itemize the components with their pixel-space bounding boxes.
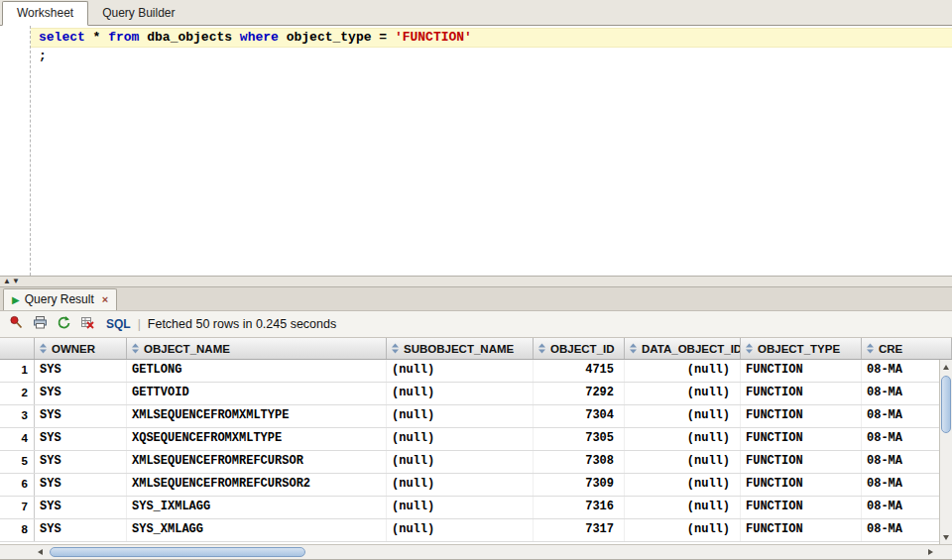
pin-button[interactable] — [8, 316, 25, 333]
row-number: 4 — [0, 428, 35, 450]
cell-subobject_name: (null) — [387, 497, 534, 518]
grid-header-row: OWNEROBJECT_NAMESUBOBJECT_NAMEOBJECT_IDD… — [0, 338, 952, 360]
column-header-object_id[interactable]: OBJECT_ID — [534, 338, 625, 359]
panel-splitter[interactable]: ▲ ▼ — [0, 276, 952, 287]
refresh-button[interactable] — [56, 316, 72, 333]
row-number: 7 — [0, 497, 35, 518]
cell-data_object_id: (null) — [625, 428, 741, 450]
cell-object_id: 7304 — [534, 405, 625, 427]
cell-object_type: FUNCTION — [741, 428, 862, 450]
grid-body: 1SYSGETLONG(null)4715(null)FUNCTION08-MA… — [0, 360, 952, 542]
cell-object_id: 7308 — [534, 451, 625, 473]
column-header-owner[interactable]: OWNER — [35, 338, 127, 359]
horizontal-scroll-thumb[interactable] — [50, 547, 305, 557]
print-button[interactable] — [32, 316, 49, 333]
table-row[interactable]: 2SYSGETTVOID(null)7292(null)FUNCTION08-M… — [0, 383, 952, 405]
tab-worksheet-label: Worksheet — [17, 6, 73, 20]
printer-icon — [33, 315, 48, 333]
sql-token: * — [85, 30, 108, 45]
table-row[interactable]: 1SYSGETLONG(null)4715(null)FUNCTION08-MA — [0, 360, 952, 383]
result-tab-bar: ▶ Query Result × — [0, 287, 952, 311]
cell-owner: SYS — [35, 360, 127, 382]
scroll-right-button[interactable] — [923, 545, 938, 559]
column-header-label: OBJECT_ID — [550, 343, 615, 355]
cell-owner: SYS — [35, 428, 127, 450]
cell-data_object_id: (null) — [625, 383, 741, 404]
editor-code-area[interactable]: select * from dba_objects where object_t… — [31, 26, 952, 276]
column-header-subobject_name[interactable]: SUBOBJECT_NAME — [387, 338, 534, 359]
cell-object_id: 7309 — [534, 474, 625, 496]
splitter-collapse-down-icon[interactable]: ▼ — [12, 277, 20, 286]
sort-icon[interactable] — [745, 343, 754, 354]
tab-query-builder[interactable]: Query Builder — [88, 2, 188, 25]
clear-results-button[interactable] — [79, 316, 96, 333]
sort-icon[interactable] — [537, 343, 546, 354]
cell-owner: SYS — [35, 497, 127, 518]
cell-object_name: SYS_IXMLAGG — [127, 497, 387, 518]
column-header-object_name[interactable]: OBJECT_NAME — [127, 338, 387, 359]
cell-data_object_id: (null) — [625, 360, 741, 382]
sql-line-1: select * from dba_objects where object_t… — [31, 28, 952, 48]
cell-subobject_name: (null) — [387, 428, 534, 450]
cell-object_name: XMLSEQUENCEFROMREFCURSOR — [127, 451, 387, 473]
tab-query-result[interactable]: ▶ Query Result × — [3, 288, 117, 310]
cell-subobject_name: (null) — [387, 405, 534, 427]
scroll-up-icon — [943, 365, 949, 370]
table-row[interactable]: 3SYSXMLSEQUENCEFROMXMLTYPE(null)7304(nul… — [0, 405, 952, 428]
vertical-scroll-thumb[interactable] — [941, 376, 951, 433]
splitter-collapse-up-icon[interactable]: ▲ — [3, 277, 11, 286]
cell-object_id: 7317 — [534, 519, 625, 541]
close-icon[interactable]: × — [102, 293, 108, 305]
column-header-label: OWNER — [52, 343, 95, 355]
cell-object_name: XMLSEQUENCEFROMREFCURSOR2 — [127, 474, 387, 496]
table-row[interactable]: 7SYSSYS_IXMLAGG(null)7316(null)FUNCTION0… — [0, 497, 952, 519]
cell-subobject_name: (null) — [387, 383, 534, 404]
cell-subobject_name: (null) — [387, 451, 534, 473]
cell-data_object_id: (null) — [625, 451, 741, 473]
tab-worksheet[interactable]: Worksheet — [2, 1, 88, 26]
sort-icon[interactable] — [39, 343, 48, 354]
table-row[interactable]: 5SYSXMLSEQUENCEFROMREFCURSOR(null)7308(n… — [0, 451, 952, 474]
cell-object_type: FUNCTION — [741, 519, 862, 541]
row-number: 8 — [0, 519, 35, 541]
scroll-down-button[interactable] — [940, 530, 952, 544]
cell-subobject_name: (null) — [387, 474, 534, 496]
row-number: 6 — [0, 474, 35, 496]
table-row[interactable]: 6SYSXMLSEQUENCEFROMREFCURSOR2(null)7309(… — [0, 474, 952, 497]
cell-owner: SYS — [35, 451, 127, 473]
sql-editor[interactable]: select * from dba_objects where object_t… — [0, 26, 952, 276]
cell-owner: SYS — [35, 519, 127, 541]
result-toolbar: SQL | Fetched 50 rows in 0.245 seconds — [0, 311, 952, 338]
sort-icon[interactable] — [391, 343, 400, 354]
scroll-left-button[interactable] — [33, 545, 48, 559]
cell-object_type: FUNCTION — [741, 497, 862, 518]
tab-query-result-label: Query Result — [25, 292, 94, 306]
sort-icon[interactable] — [131, 343, 140, 354]
cell-object_type: FUNCTION — [741, 383, 862, 404]
column-header-label: CRE — [879, 343, 902, 355]
document-tab-bar: Worksheet Query Builder — [0, 0, 952, 26]
tab-query-builder-label: Query Builder — [102, 6, 175, 20]
column-header-cre[interactable]: CRE — [862, 338, 952, 359]
sql-token: 'FUNCTION' — [395, 30, 472, 45]
sql-worksheet-window: Worksheet Query Builder select * from db… — [0, 0, 952, 560]
editor-gutter — [0, 26, 31, 276]
column-header-data_object_id[interactable]: DATA_OBJECT_ID — [625, 338, 741, 359]
sort-icon[interactable] — [866, 343, 875, 354]
cell-object_name: SYS_XMLAGG — [127, 519, 387, 541]
column-header-label: SUBOBJECT_NAME — [404, 343, 514, 355]
table-row[interactable]: 8SYSSYS_XMLAGG(null)7317(null)FUNCTION08… — [0, 519, 952, 542]
sort-icon[interactable] — [629, 343, 638, 354]
scroll-right-icon — [928, 549, 933, 555]
column-header-object_type[interactable]: OBJECT_TYPE — [741, 338, 862, 359]
cell-object_type: FUNCTION — [741, 451, 862, 473]
vertical-scrollbar[interactable] — [939, 360, 952, 544]
cell-data_object_id: (null) — [625, 405, 741, 427]
sql-button[interactable]: SQL — [106, 317, 131, 331]
row-number: 2 — [0, 383, 35, 404]
horizontal-scrollbar[interactable] — [0, 544, 952, 559]
cell-object_type: FUNCTION — [741, 474, 862, 496]
scroll-up-button[interactable] — [940, 360, 952, 374]
pushpin-icon — [9, 315, 24, 333]
table-row[interactable]: 4SYSXQSEQUENCEFROMXMLTYPE(null)7305(null… — [0, 428, 952, 451]
